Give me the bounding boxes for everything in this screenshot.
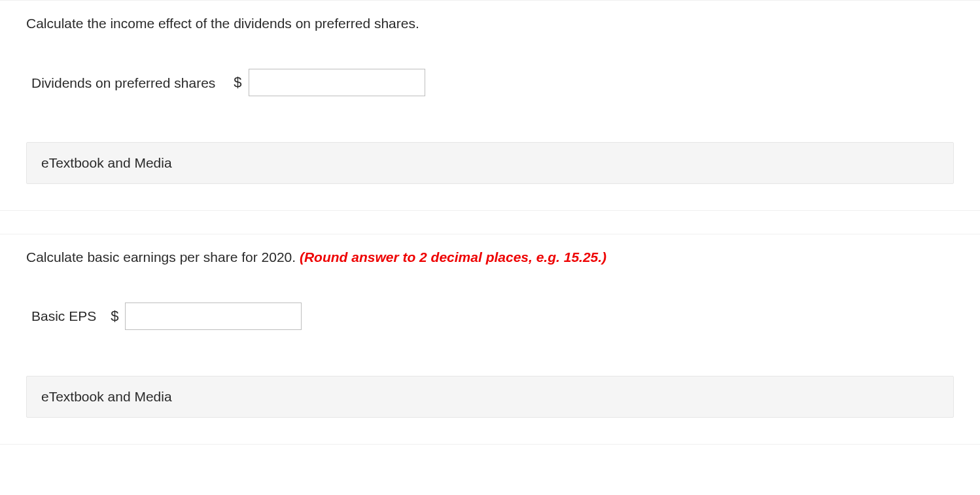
currency-symbol-2: $ [111, 306, 118, 327]
basic-eps-label: Basic EPS [31, 306, 96, 325]
question-2-hint: (Round answer to 2 decimal places, e.g. … [300, 249, 606, 265]
question-section-1: Calculate the income effect of the divid… [0, 0, 980, 211]
question-text-2: Calculate basic earnings per share for 2… [26, 248, 954, 266]
answer-row-1: Dividends on preferred shares $ [31, 69, 954, 96]
question-section-2: Calculate basic earnings per share for 2… [0, 234, 980, 445]
answer-row-2: Basic EPS $ [31, 302, 954, 330]
etextbook-label-1: eTextbook and Media [41, 155, 172, 170]
currency-symbol-1: $ [234, 73, 241, 93]
etextbook-button-2[interactable]: eTextbook and Media [26, 376, 954, 417]
etextbook-button-1[interactable]: eTextbook and Media [26, 142, 954, 183]
dividends-input[interactable] [249, 69, 425, 96]
dividends-label: Dividends on preferred shares [31, 73, 215, 92]
question-1-body: Calculate the income effect of the divid… [26, 16, 419, 31]
basic-eps-input[interactable] [125, 302, 302, 330]
question-text-1: Calculate the income effect of the divid… [26, 14, 954, 33]
question-2-body: Calculate basic earnings per share for 2… [26, 249, 300, 265]
etextbook-label-2: eTextbook and Media [41, 389, 172, 404]
